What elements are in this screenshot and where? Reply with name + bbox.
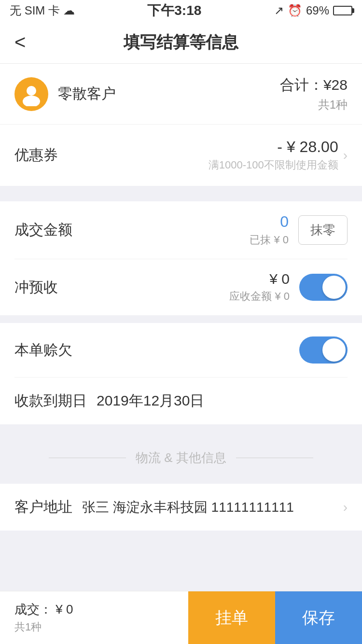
total-count: 共1种 xyxy=(280,97,348,112)
divider-line-left xyxy=(49,458,126,458)
avatar xyxy=(14,77,48,111)
divider-line-right xyxy=(236,458,313,458)
precollect-right: ¥ 0 应收金额 ¥ 0 xyxy=(229,271,348,304)
debit-toggle[interactable] xyxy=(299,336,348,364)
address-section[interactable]: 客户地址 张三 海淀永丰科技园 11111111111 › xyxy=(0,484,362,531)
toggle-knob xyxy=(322,276,346,299)
customer-name: 零散客户 xyxy=(58,84,116,104)
address-value: 张三 海淀永丰科技园 11111111111 xyxy=(82,498,343,517)
coupon-discount: - ¥ 28.00 xyxy=(209,138,338,156)
precollect-value-wrapper: ¥ 0 应收金额 ¥ 0 xyxy=(229,271,290,304)
due-date-value: 2019年12月30日 xyxy=(97,391,204,411)
logistics-label: 物流 & 其他信息 xyxy=(136,449,226,466)
coupon-right: - ¥ 28.00 满1000-100不限制使用金额 › xyxy=(209,138,348,172)
amount-value-wrapper: 0 已抹 ¥ 0 xyxy=(250,213,289,247)
precollect-toggle[interactable] xyxy=(299,274,348,301)
customer-right: 合计：¥28 共1种 xyxy=(280,75,348,112)
section-gap-1 xyxy=(0,194,362,201)
sim-status: 无 SIM 卡 ☁ xyxy=(10,3,75,18)
bottom-count: 共1种 xyxy=(14,620,174,634)
debit-toggle-knob xyxy=(322,338,346,362)
section-gap-4 xyxy=(0,476,362,484)
section-gap-3 xyxy=(0,432,362,440)
hold-button[interactable]: 挂单 xyxy=(188,591,275,644)
amount-sub: 已抹 ¥ 0 xyxy=(250,233,289,247)
precollect-main: ¥ 0 xyxy=(229,271,290,287)
alarm-icon: ⏰ xyxy=(288,4,302,17)
total-amount: 合计：¥28 xyxy=(280,75,348,95)
battery-text: 69% xyxy=(306,4,329,17)
address-chevron-icon: › xyxy=(343,500,348,515)
precollect-row: 冲预收 ¥ 0 应收金额 ¥ 0 xyxy=(14,259,348,315)
coupon-desc: 满1000-100不限制使用金额 xyxy=(209,158,338,172)
deal-label: 成交： xyxy=(14,602,52,616)
amount-label: 成交金额 xyxy=(14,220,72,240)
address-label: 客户地址 xyxy=(14,497,72,517)
amount-row: 成交金额 0 已抹 ¥ 0 抹零 xyxy=(14,201,348,259)
bottom-info: 成交： ¥ 0 共1种 xyxy=(0,601,188,634)
deal-amount: ¥ 0 xyxy=(56,602,73,616)
coupon-details: - ¥ 28.00 满1000-100不限制使用金额 xyxy=(209,138,338,172)
status-right: ↗ ⏰ 69% xyxy=(274,4,352,17)
customer-left: 零散客户 xyxy=(14,77,116,111)
status-bar: 无 SIM 卡 ☁ 下午3:18 ↗ ⏰ 69% xyxy=(0,0,362,21)
nav-bar: < 填写结算等信息 xyxy=(0,21,362,64)
logistics-divider: 物流 & 其他信息 xyxy=(0,449,362,466)
precollect-label: 冲预收 xyxy=(14,278,58,297)
svg-point-0 xyxy=(27,86,36,96)
amount-right: 0 已抹 ¥ 0 抹零 xyxy=(250,213,348,247)
debit-row: 本单赊欠 xyxy=(14,323,348,378)
back-button[interactable]: < xyxy=(14,31,26,53)
customer-card: 零散客户 合计：¥28 共1种 优惠券 - ¥ 28.00 满1000-100不… xyxy=(0,64,362,186)
round-button[interactable]: 抹零 xyxy=(298,215,348,245)
coupon-row[interactable]: 优惠券 - ¥ 28.00 满1000-100不限制使用金额 › xyxy=(0,124,362,186)
amount-section: 成交金额 0 已抹 ¥ 0 抹零 冲预收 ¥ 0 应收金额 ¥ 0 xyxy=(0,201,362,315)
debit-section: 本单赊欠 收款到期日 2019年12月30日 xyxy=(0,323,362,424)
section-gap-2 xyxy=(0,315,362,323)
location-icon: ↗ xyxy=(274,4,284,17)
bottom-bar: 成交： ¥ 0 共1种 挂单 保存 xyxy=(0,591,362,644)
logistics-section: 物流 & 其他信息 xyxy=(0,440,362,476)
amount-value: 0 xyxy=(250,213,289,231)
debit-label: 本单赊欠 xyxy=(14,340,72,360)
coupon-label: 优惠券 xyxy=(14,145,58,165)
battery-icon xyxy=(333,6,352,15)
status-left: 无 SIM 卡 ☁ xyxy=(10,3,75,18)
bottom-deal: 成交： ¥ 0 xyxy=(14,601,174,618)
status-time: 下午3:18 xyxy=(147,1,201,20)
svg-point-1 xyxy=(23,96,40,106)
due-date-row: 收款到期日 2019年12月30日 xyxy=(14,378,348,424)
content: 零散客户 合计：¥28 共1种 优惠券 - ¥ 28.00 满1000-100不… xyxy=(0,64,362,596)
customer-row: 零散客户 合计：¥28 共1种 xyxy=(0,64,362,124)
save-button[interactable]: 保存 xyxy=(275,591,362,644)
chevron-right-icon: › xyxy=(343,148,348,163)
due-date-label: 收款到期日 xyxy=(14,391,87,411)
precollect-sub: 应收金额 ¥ 0 xyxy=(229,289,290,304)
page-title: 填写结算等信息 xyxy=(124,31,238,54)
